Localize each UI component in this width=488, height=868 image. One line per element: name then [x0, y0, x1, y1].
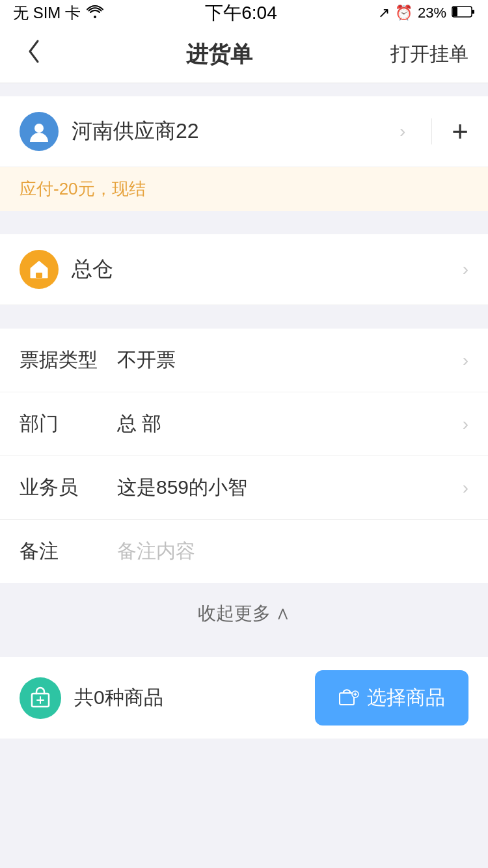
salesperson-row[interactable]: 业务员 这是859的小智 ›	[0, 456, 488, 520]
bottom-bar: 共0种商品 选择商品	[0, 657, 488, 739]
add-supplier-button[interactable]: +	[452, 117, 468, 146]
product-count-text: 共0种商品	[74, 685, 315, 711]
status-time: 下午6:04	[205, 1, 277, 25]
nav-bar: 进货单 打开挂单	[0, 26, 488, 83]
battery-icon	[452, 5, 475, 21]
svg-point-3	[34, 124, 44, 133]
form-section: 票据类型 不开票 › 部门 总 部 › 业务员 这是859的小智 › 备注 备注…	[0, 329, 488, 583]
svg-rect-4	[36, 273, 42, 278]
product-count-icon	[20, 677, 61, 719]
invoice-type-label: 票据类型	[20, 347, 117, 373]
remark-label: 备注	[20, 538, 117, 565]
notice-text: 应付-20元，现结	[20, 179, 146, 198]
page-background	[0, 739, 488, 868]
section-gap-4	[0, 644, 488, 657]
select-product-button[interactable]: 选择商品	[315, 670, 468, 726]
supplier-avatar	[20, 112, 59, 151]
collapse-label: 收起更多 ∧	[198, 603, 291, 623]
supplier-section: 河南供应商22 › + 应付-20元，现结	[0, 96, 488, 211]
warehouse-row[interactable]: 总仓 ›	[0, 234, 488, 305]
supplier-name: 河南供应商22	[72, 117, 400, 146]
collapse-bar[interactable]: 收起更多 ∧	[0, 583, 488, 644]
invoice-type-chevron-icon: ›	[463, 350, 468, 371]
salesperson-value: 这是859的小智	[117, 474, 463, 501]
warehouse-section: 总仓 ›	[0, 234, 488, 305]
svg-rect-1	[453, 7, 457, 16]
supplier-row[interactable]: 河南供应商22 › +	[0, 96, 488, 167]
supplier-divider	[431, 118, 432, 144]
no-sim-text: 无 SIM 卡	[13, 3, 81, 23]
back-button[interactable]	[20, 32, 48, 77]
department-row[interactable]: 部门 总 部 ›	[0, 392, 488, 456]
supplier-chevron-icon: ›	[400, 121, 405, 142]
page-title: 进货单	[186, 40, 252, 70]
status-right: ↗ ⏰ 23%	[378, 5, 475, 21]
battery-text: 23%	[418, 5, 446, 21]
department-label: 部门	[20, 411, 117, 437]
notice-bar: 应付-20元，现结	[0, 167, 488, 211]
remark-row[interactable]: 备注 备注内容	[0, 520, 488, 583]
department-chevron-icon: ›	[463, 414, 468, 435]
alarm-icon: ⏰	[395, 5, 413, 21]
status-bar: 无 SIM 卡 下午6:04 ↗ ⏰ 23%	[0, 0, 488, 26]
open-pending-button[interactable]: 打开挂单	[390, 41, 468, 68]
wifi-icon	[86, 4, 104, 22]
svg-rect-2	[472, 10, 474, 14]
invoice-type-row[interactable]: 票据类型 不开票 ›	[0, 329, 488, 392]
salesperson-label: 业务员	[20, 474, 117, 501]
status-left: 无 SIM 卡	[13, 3, 104, 23]
warehouse-chevron-icon: ›	[463, 259, 468, 280]
salesperson-chevron-icon: ›	[463, 478, 468, 498]
select-product-label: 选择商品	[367, 685, 445, 711]
section-gap-1	[0, 83, 488, 96]
location-icon: ↗	[378, 5, 390, 21]
department-value: 总 部	[117, 411, 463, 437]
section-gap-3	[0, 305, 488, 318]
remark-input[interactable]: 备注内容	[117, 538, 468, 565]
section-gap-2	[0, 211, 488, 224]
invoice-type-value: 不开票	[117, 347, 463, 373]
warehouse-name: 总仓	[72, 255, 463, 284]
warehouse-icon	[20, 250, 59, 289]
